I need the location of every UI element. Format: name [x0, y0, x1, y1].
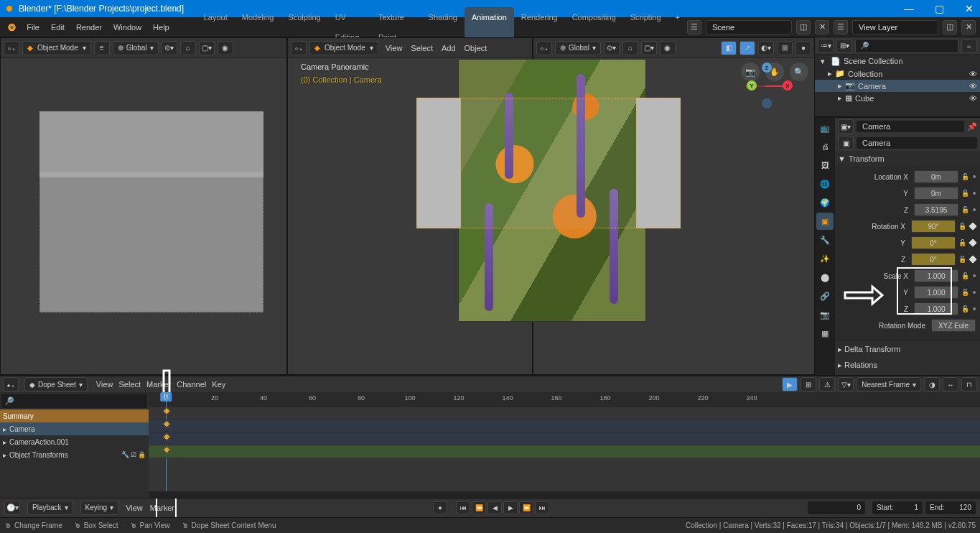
lock-icon[interactable]: 🔓 — [958, 223, 967, 230]
outliner-filter-icon[interactable]: ⫠ — [961, 39, 977, 53]
timeline-editor-type-icon[interactable]: 🕐▾ — [4, 501, 20, 515]
dope-menu-select[interactable]: Select — [116, 380, 144, 389]
disclosure-icon[interactable]: ▸ — [838, 81, 842, 91]
outliner-item-camera[interactable]: ▸ 📷 Camera👁 — [815, 80, 980, 92]
keyframe-dot[interactable] — [973, 291, 976, 294]
jump-start-button[interactable]: ⏮ — [456, 501, 470, 514]
maximize-button[interactable]: ▢ — [933, 3, 946, 14]
dope-icon-3[interactable]: ⚠ — [819, 377, 835, 391]
scene-new-icon[interactable]: ◫ — [796, 20, 811, 34]
end-frame-field[interactable]: End:120 — [925, 501, 976, 514]
visibility-icon[interactable]: 👁 — [969, 82, 977, 91]
section-relations[interactable]: ▸ Relations — [835, 357, 980, 373]
dope-icon-4[interactable]: ◑ — [924, 377, 940, 391]
play-button[interactable]: ▶ — [503, 501, 518, 514]
scale-y-field[interactable]: 1.000 — [914, 286, 958, 299]
dope-icon-5[interactable]: ↔ — [943, 377, 958, 391]
editor-type-icon[interactable]: ⬦▾ — [4, 41, 19, 55]
dope-track-summary[interactable] — [149, 407, 980, 420]
keyframe-dot-active[interactable] — [969, 255, 976, 263]
lock-icon[interactable]: 🔓 — [961, 190, 970, 197]
lock-icon[interactable]: 🔓 — [961, 305, 970, 312]
outliner-search[interactable]: 🔎 — [855, 39, 958, 53]
axis-y-icon[interactable]: Y — [747, 80, 757, 91]
axis-neg-z-icon[interactable] — [762, 98, 772, 108]
orientation-dropdown[interactable]: ⊕ Global ▾ — [555, 41, 601, 55]
autokey-button[interactable]: ● — [433, 501, 447, 514]
axis-gizmo[interactable]: X Y Z — [742, 62, 788, 108]
axis-x-icon[interactable]: X — [783, 80, 793, 91]
location-z-field[interactable]: 3.5195 — [914, 203, 958, 216]
current-frame-field[interactable]: 0 — [808, 501, 865, 514]
dope-menu-key[interactable]: Key — [209, 380, 228, 389]
prop-edit-icon[interactable]: ◉ — [218, 41, 233, 55]
keyframe-dot-active[interactable] — [969, 222, 976, 230]
keyframe-dot[interactable] — [973, 192, 976, 195]
location-x-field[interactable]: 0m — [914, 170, 958, 183]
dope-mode-dropdown[interactable]: ◆ Dope Sheet ▾ — [24, 377, 88, 391]
orientation-dropdown[interactable]: ⊕ Global ▾ — [113, 41, 159, 55]
playback-menu[interactable]: Playback ▾ — [27, 501, 73, 515]
shading-wire-icon[interactable]: ⊞ — [777, 41, 793, 55]
jump-next-kf-button[interactable]: ⏩ — [519, 501, 533, 514]
zoom-gizmo-icon[interactable]: 🔍 — [790, 62, 808, 81]
object-name-field[interactable]: Camera — [857, 121, 964, 132]
minimize-button[interactable]: — — [902, 3, 915, 14]
prop-edit-icon[interactable]: ◉ — [660, 41, 676, 55]
menu-window[interactable]: Window — [108, 23, 147, 32]
ptab-world-icon[interactable]: 🌍 — [816, 194, 834, 211]
lock-icon[interactable]: 🔓 — [958, 256, 967, 263]
dope-track-camera[interactable] — [149, 420, 980, 432]
checkbox-icon[interactable]: ☑ — [131, 451, 136, 458]
snap-dd-icon[interactable]: ▢▾ — [641, 41, 657, 55]
disclosure-icon[interactable]: ▸ — [828, 69, 832, 78]
viewlayer-del-icon[interactable]: ✕ — [961, 20, 976, 34]
axis-z-icon[interactable]: Z — [762, 62, 772, 73]
dope-icon-6[interactable]: ⊓ — [961, 377, 977, 391]
blender-logo-icon[interactable] — [3, 19, 18, 35]
menu-edit[interactable]: Edit — [45, 23, 70, 32]
dope-row-summary[interactable]: Summary — [0, 409, 149, 422]
viewlayer-field[interactable]: View Layer — [852, 20, 938, 34]
section-collections[interactable]: ▸ Collections — [835, 373, 980, 375]
dope-track-transforms[interactable] — [149, 445, 980, 458]
tl-marker-menu[interactable]: Marker — [150, 504, 174, 512]
ptab-constraint-icon[interactable]: 🔗 — [816, 287, 834, 305]
dope-menu-channel[interactable]: Channel — [174, 380, 209, 389]
menu-help[interactable]: Help — [147, 23, 175, 32]
shading-solid-icon[interactable]: ● — [795, 41, 811, 55]
close-button[interactable]: ✕ — [963, 3, 976, 14]
tl-view-menu[interactable]: View — [126, 504, 143, 512]
mode-dropdown[interactable]: ◆Object Mode▾ — [309, 41, 378, 55]
ptab-object-icon[interactable]: ▣ — [816, 213, 834, 230]
rotation-mode-dropdown[interactable]: XYZ Eule — [931, 319, 976, 332]
vp-menu-select[interactable]: Select — [406, 44, 437, 52]
menu-render[interactable]: Render — [70, 23, 108, 32]
vp-menu-add[interactable]: Add — [437, 44, 460, 52]
visibility-icon[interactable]: 👁 — [969, 94, 977, 103]
lock-icon[interactable]: 🔓 — [961, 173, 970, 180]
ptab-data-icon[interactable]: 📷 — [816, 306, 834, 323]
disclosure-icon[interactable]: ▸ — [838, 93, 842, 103]
viewlayer-browse-icon[interactable]: ☰ — [834, 20, 848, 34]
outliner-item-cube[interactable]: ▸ ▦ Cube👁 — [815, 92, 980, 104]
keyframe-dot-active[interactable] — [969, 238, 976, 246]
dope-track-action[interactable] — [149, 432, 980, 445]
ptab-scene-icon[interactable]: 🌐 — [816, 175, 834, 193]
dope-row-camera[interactable]: ▸ Camera — [0, 422, 149, 435]
dope-menu-view[interactable]: View — [93, 380, 116, 389]
pin-icon[interactable]: 📌 — [967, 122, 977, 131]
wrench-icon[interactable]: 🔧 — [121, 451, 129, 458]
editor-type-icon[interactable]: ⬦▾ — [291, 41, 307, 55]
scale-z-field[interactable]: 1.000 — [914, 302, 958, 315]
scene-del-icon[interactable]: ✕ — [815, 20, 829, 34]
location-y-field[interactable]: 0m — [914, 187, 958, 200]
keyframe-dot[interactable] — [973, 274, 976, 277]
overlay-btn[interactable]: ◐▾ — [758, 41, 774, 55]
scale-x-field[interactable]: 1.000 — [914, 269, 958, 282]
dope-ruler[interactable]: 0 020406080100120140160180200220240 — [149, 392, 980, 407]
dope-sel-icon[interactable]: ▶ — [782, 377, 798, 391]
keyframe-dot[interactable] — [973, 175, 976, 178]
keying-menu[interactable]: Keying ▾ — [80, 501, 119, 515]
ptab-output-icon[interactable]: 🖨 — [816, 138, 834, 155]
